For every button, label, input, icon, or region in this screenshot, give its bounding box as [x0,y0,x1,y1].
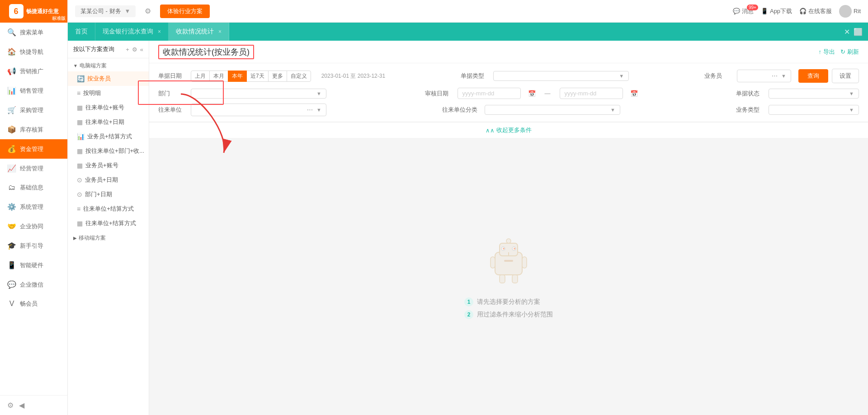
tab-close-bank[interactable]: × [158,28,161,35]
title-actions: ↑ 导出 ↻ 刷新 [819,48,859,56]
sidebar-item-quicknav[interactable]: 🏠快捷导航 [0,42,67,61]
scheme-item-unit_settle2[interactable]: ▦往来单位+结算方式 [68,216,149,231]
sidebar-item-hardware[interactable]: 📱智能硬件 [0,255,67,275]
doc-status-select[interactable]: ▼ [769,89,859,99]
date-tab-2[interactable]: 本年 [228,71,247,82]
sidebar-item-vip[interactable]: V畅会员 [0,294,67,313]
nav-label-sales: 销售管理 [20,87,43,95]
nav-icon-system: ⚙️ [7,203,16,211]
scheme-group-pc[interactable]: ▼电脑端方案 [68,58,149,71]
sidebar-item-operation[interactable]: 📈经营管理 [0,159,67,178]
tab-close-collect[interactable]: × [218,28,222,35]
filter-area: 单据日期 上月本月本年近7天更多自定义 2023-01-01 至 2023-12… [149,63,868,122]
date-tab-0[interactable]: 上月 [191,71,210,82]
collapse-bar[interactable]: ∧∧ 收起更多条件 [149,122,868,138]
scheme-settings-icon[interactable]: ⚙ [132,46,137,53]
sidebar-item-guide[interactable]: 🎓新手引导 [0,236,67,255]
scheme-item-unit_account[interactable]: ▦往来单位+账号 [68,100,149,115]
sidebar-item-marketing[interactable]: 📢营销推广 [0,61,67,81]
audit-date-from[interactable]: yyyy-mm-dd [458,88,521,99]
user-area[interactable]: Rit [839,5,861,18]
staff-select[interactable]: ··· ▼ [737,70,791,82]
tip-num-0: 1 [464,297,473,307]
settings-button[interactable]: 设置 [832,69,859,83]
scheme-label-staff_date: 业务员+日期 [85,176,118,184]
sidebar-item-system[interactable]: ⚙️系统管理 [0,197,67,217]
sidebar-item-purchase[interactable]: 🛒采购管理 [0,100,67,120]
nav-icon-purchase: 🛒 [7,106,16,114]
sidebar-item-corp[interactable]: 🤝企业协同 [0,217,67,236]
export-link[interactable]: ↑ 导出 [819,48,835,56]
settings-bottom-icon[interactable]: ⚙ [7,401,14,410]
nav-icon-wechat: 💬 [7,280,16,289]
add-scheme-icon[interactable]: + [126,46,129,53]
tip-text-1: 用过滤条件来缩小分析范围 [477,311,553,319]
tab-bank[interactable]: 现金银行流水查询× [95,23,169,41]
scheme-item-unit_dept[interactable]: ▦按往来单位+部门+收... [68,144,149,158]
nav-label-corp: 企业协同 [20,222,43,231]
query-button[interactable]: 查询 [798,69,828,83]
staff-dots[interactable]: ··· [770,72,779,80]
tab-home[interactable]: 首页 [68,23,95,41]
calendar-to-icon[interactable]: 📅 [630,90,638,97]
close-window-icon[interactable]: ✕ [844,28,850,36]
sidebar: 6 畅捷通好生意 标准版 🔍搜索菜单🏠快捷导航📢营销推广📊销售管理🛒采购管理📦库… [0,0,68,415]
scheme-label-unit_settle1: 往来单位+结算方式 [83,205,134,213]
unit-category-select[interactable]: ▼ [485,105,620,115]
nav-label-finance: 资金管理 [20,145,43,153]
scheme-item-staff_date[interactable]: ⊙业务员+日期 [68,173,149,187]
audit-date-to[interactable]: yyyy-mm-dd [560,88,623,99]
calendar-from-icon[interactable]: 📅 [528,90,536,97]
scheme-item-unit_date[interactable]: ▦往来单位+日期 [68,115,149,129]
scheme-item-by_staff[interactable]: 🔄按业务员 [68,71,149,86]
breadcrumb: 某某公司 - 财务 ▼ [75,5,136,17]
page-title: 收款情况统计(按业务员) [158,45,254,59]
scheme-item-staff_account[interactable]: ▦业务员+账号 [68,158,149,173]
tab-collect[interactable]: 收款情况统计× [169,23,229,41]
header-settings-icon[interactable]: ⚙ [145,7,151,15]
svg-rect-10 [500,275,505,283]
scheme-item-dept_date[interactable]: ⊙部门+日期 [68,187,149,202]
svg-rect-11 [512,275,518,283]
scheme-item-staff_settle[interactable]: 📊业务员+结算方式 [68,129,149,144]
sidebar-item-search[interactable]: 🔍搜索菜单 [0,23,67,42]
page-content: 按以下方案查询 + ⚙ « ▼电脑端方案🔄按业务员≡按明细▦往来单位+账号▦往来… [68,41,868,415]
from-unit-dots[interactable]: ··· [305,106,315,114]
doc-type-select[interactable]: ▼ [493,71,629,81]
dept-arrow: ▼ [316,91,321,96]
nav-icon-hardware: 📱 [7,261,16,269]
app-logo: 6 畅捷通好生意 标准版 [0,0,67,23]
date-tab-4[interactable]: 更多 [268,71,287,82]
collapse-sidebar-icon[interactable]: ◀ [19,401,24,410]
biz-type-select[interactable]: ▼ [769,105,859,115]
scheme-collapse-icon[interactable]: « [140,46,143,53]
message-badge: 99+ [747,5,758,10]
sidebar-item-basicinfo[interactable]: 🗂基础信息 [0,178,67,197]
date-label: 单据日期 [158,72,184,80]
message-action[interactable]: 💬 消息 99+ [733,7,754,15]
maximize-window-icon[interactable]: ⬜ [854,28,863,36]
date-tab-3[interactable]: 近7天 [246,71,269,82]
refresh-link[interactable]: ↻ 刷新 [840,48,859,56]
online-service-action[interactable]: 🎧 在线客服 [799,7,832,15]
svg-rect-7 [504,260,513,262]
right-panel: 收款情况统计(按业务员) ↑ 导出 ↻ 刷新 单据日期 [149,41,868,415]
nav-icon-quicknav: 🏠 [7,47,16,56]
scheme-item-unit_settle1[interactable]: ≡往来单位+结算方式 [68,202,149,216]
sidebar-item-finance[interactable]: 💰资金管理 [0,139,67,159]
trial-button[interactable]: 体验行业方案 [160,5,210,18]
app-download-action[interactable]: 📱 App下载 [761,7,792,15]
scheme-item-by_detail[interactable]: ≡按明细 [68,86,149,100]
svg-point-6 [514,248,515,250]
sidebar-item-wechat[interactable]: 💬企业微信 [0,275,67,294]
sidebar-item-inventory[interactable]: 📦库存核算 [0,120,67,139]
dept-select[interactable]: ▼ [191,89,326,99]
scheme-group-mobile[interactable]: ▶移动端方案 [68,231,149,244]
collapse-icon: ∧∧ [486,127,495,134]
sidebar-item-sales[interactable]: 📊销售管理 [0,81,67,100]
nav-icon-search: 🔍 [7,28,16,37]
from-unit-select[interactable]: ··· ▼ [191,104,326,116]
date-tab-1[interactable]: 本月 [209,71,228,82]
date-tab-5[interactable]: 自定义 [287,71,311,82]
main-area: 某某公司 - 财务 ▼ ⚙ 体验行业方案 💬 消息 99+ 📱 App下载 🎧 … [68,0,868,415]
